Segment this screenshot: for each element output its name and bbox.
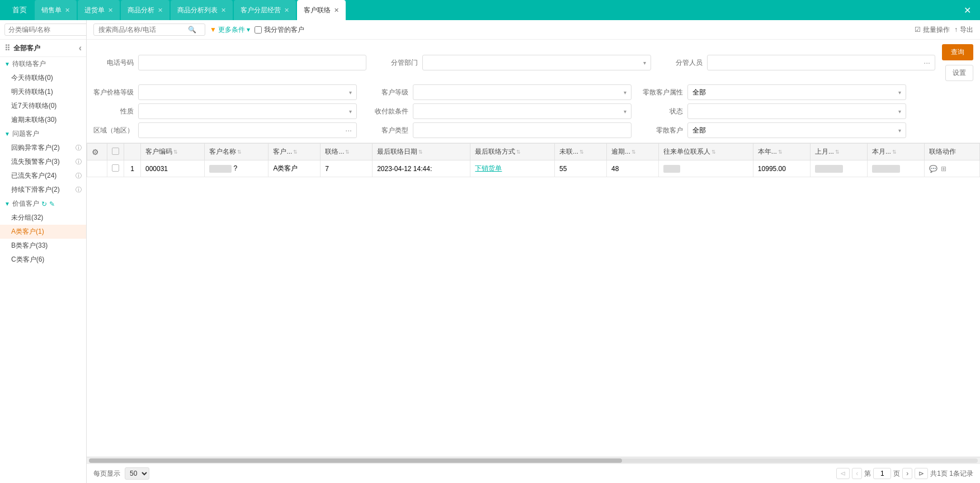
sort-icon-name: ⇅	[237, 149, 242, 155]
scatter-attr-select[interactable]: 全部 ▾	[687, 84, 906, 100]
settings-button[interactable]: 设置	[945, 65, 973, 81]
sort-icon-contact: ⇅	[345, 149, 350, 155]
query-button[interactable]: 查询	[942, 44, 973, 60]
sidebar-item-overdue-contact[interactable]: 逾期未联络(30)	[0, 113, 86, 127]
tab-purchase-order[interactable]: 进货单 ✕	[78, 0, 120, 20]
col-overdue[interactable]: 逾期... ⇅	[606, 144, 658, 160]
settings-gear-icon[interactable]: ⚙	[92, 148, 99, 157]
row-company-contact-cell	[658, 160, 753, 177]
status-select[interactable]: ▾	[687, 103, 906, 119]
edit-icon[interactable]: ✎	[49, 200, 55, 208]
row-checkbox[interactable]	[112, 164, 119, 172]
nature-select[interactable]: ▾	[138, 103, 357, 119]
close-tab-sales[interactable]: ✕	[65, 7, 70, 14]
group-problem-customers[interactable]: ▼ 问题客户	[0, 127, 86, 141]
caret-icon: ▾	[247, 26, 250, 34]
close-tab-customer-contact[interactable]: ✕	[334, 7, 339, 14]
sidebar-item-class-b[interactable]: B类客户(33)	[0, 239, 86, 253]
contact-method-link[interactable]: 下销货单	[475, 164, 502, 172]
person-label: 分管人员	[662, 58, 707, 68]
col-last-date[interactable]: 最后联络日期 ⇅	[373, 144, 470, 160]
col-last-month[interactable]: 上月... ⇅	[810, 144, 867, 160]
filter-cell-customer-level: 客户等级 ▾	[368, 84, 632, 100]
my-customers-checkbox-label[interactable]: 我分管的客户	[255, 25, 304, 35]
tab-customer-contact[interactable]: 客户联络 ✕	[297, 0, 346, 20]
close-tab-purchase[interactable]: ✕	[108, 7, 113, 14]
sidebar-item-7day-contact[interactable]: 近7天待联络(0)	[0, 99, 86, 113]
col-company-contact[interactable]: 往来单位联系人 ⇅	[658, 144, 753, 160]
sort-icon-not: ⇅	[579, 149, 584, 155]
row-action-icons: 💬 ⊞	[929, 165, 975, 173]
more-conditions-button[interactable]: ▼ 更多条件 ▾	[210, 25, 250, 35]
sidebar-item-class-a[interactable]: A类客户(1)	[0, 225, 86, 239]
batch-op-button[interactable]: ☑ 批量操作	[915, 25, 950, 35]
col-this-year[interactable]: 本年... ⇅	[753, 144, 810, 160]
payment-select[interactable]: ▾	[413, 103, 632, 119]
next-page-btn[interactable]: ›	[902, 468, 912, 479]
sidebar-item-class-c[interactable]: C类客户(6)	[0, 253, 86, 267]
customer-level-select[interactable]: ▾	[413, 84, 632, 100]
group-pending-contact[interactable]: ▼ 待联络客户	[0, 57, 86, 71]
home-button[interactable]: 首页	[4, 0, 35, 20]
query-btn-col: 查询 设置	[935, 44, 973, 81]
tab-product-analysis-list[interactable]: 商品分析列表 ✕	[171, 0, 233, 20]
chat-icon[interactable]: 💬	[929, 165, 937, 173]
dept-select[interactable]: ▾	[422, 55, 651, 70]
main-search-icon[interactable]: 🔍	[188, 26, 196, 34]
phone-input[interactable]	[138, 55, 366, 70]
col-this-month[interactable]: 本月... ⇅	[867, 144, 924, 160]
col-last-method[interactable]: 最后联络方式 ⇅	[470, 144, 555, 160]
status-label: 状态	[643, 107, 687, 116]
info-icon-4: ⓘ	[76, 186, 82, 194]
sidebar-item-declining[interactable]: 持续下滑客户(2) ⓘ	[0, 183, 86, 197]
sidebar-search-input[interactable]	[4, 23, 87, 36]
col-code[interactable]: 客户编码 ⇅	[141, 144, 205, 160]
sidebar-item-abnormal-repurchase[interactable]: 回购异常客户(2) ⓘ	[0, 141, 86, 155]
page-input[interactable]	[873, 468, 891, 479]
sidebar-item-churn-warning[interactable]: 流失预警客户(3) ⓘ	[0, 155, 86, 169]
col-type[interactable]: 客户... ⇅	[268, 144, 321, 160]
first-page-btn[interactable]: ⊲	[836, 468, 850, 479]
row-date-cell: 2023-04-12 14:44:	[373, 160, 470, 177]
close-tab-product-analysis[interactable]: ✕	[158, 7, 163, 14]
qr-icon[interactable]: ⊞	[941, 165, 946, 173]
prev-page-btn[interactable]: ‹	[852, 468, 862, 479]
global-close-button[interactable]: ✕	[959, 5, 976, 16]
row-gear-cell	[87, 160, 107, 177]
refresh-icon[interactable]: ↻	[41, 200, 47, 208]
my-customers-checkbox[interactable]	[255, 26, 262, 34]
sidebar-item-unclassified[interactable]: 未分组(32)	[0, 211, 86, 225]
customer-type-input[interactable]	[413, 122, 632, 138]
person-input[interactable]: ···	[707, 55, 935, 70]
filter-cell-dept: 分管部门 ▾	[378, 55, 651, 70]
select-all-checkbox[interactable]	[112, 148, 119, 155]
col-name[interactable]: 客户名称 ⇅	[205, 144, 268, 160]
scatter-attr-label: 零散客户属性	[643, 88, 687, 97]
tab-product-analysis[interactable]: 商品分析 ✕	[121, 0, 169, 20]
group-value-customers[interactable]: ▼ 价值客户 ↻ ✎	[0, 197, 86, 211]
customer-type-label: 客户类型	[368, 126, 413, 135]
info-icon-3: ⓘ	[76, 172, 82, 180]
scroll-thumb[interactable]	[89, 458, 622, 463]
sidebar-item-churned[interactable]: 已流失客户(24) ⓘ	[0, 169, 86, 183]
last-page-btn[interactable]: ⊳	[915, 468, 928, 479]
per-page-select[interactable]: 50	[125, 467, 149, 480]
sidebar-item-today-contact[interactable]: 今天待联络(0)	[0, 71, 86, 85]
collapse-sidebar-btn[interactable]: ‹	[79, 43, 82, 53]
tab-sales-order[interactable]: 销售单 ✕	[35, 0, 77, 20]
close-tab-customer-mgmt[interactable]: ✕	[284, 7, 289, 14]
page-suffix-label: 页	[893, 469, 900, 479]
sidebar-item-tomorrow-contact[interactable]: 明天待联络(1)	[0, 85, 86, 99]
nature-label: 性质	[93, 107, 138, 116]
filter-cell-phone: 电话号码	[93, 55, 366, 70]
col-contact[interactable]: 联络... ⇅	[321, 144, 373, 160]
horizontal-scrollbar	[87, 457, 980, 463]
region-input[interactable]: ···	[138, 122, 357, 138]
export-button[interactable]: ↑ 导出	[954, 25, 973, 35]
close-tab-product-list[interactable]: ✕	[221, 7, 226, 14]
tab-customer-management[interactable]: 客户分层经营 ✕	[234, 0, 296, 20]
price-level-select[interactable]: ▾	[138, 84, 357, 100]
col-not-contacted[interactable]: 未联... ⇅	[555, 144, 607, 160]
main-search-input[interactable]	[98, 26, 188, 34]
scatter-select[interactable]: 全部 ▾	[687, 122, 906, 138]
